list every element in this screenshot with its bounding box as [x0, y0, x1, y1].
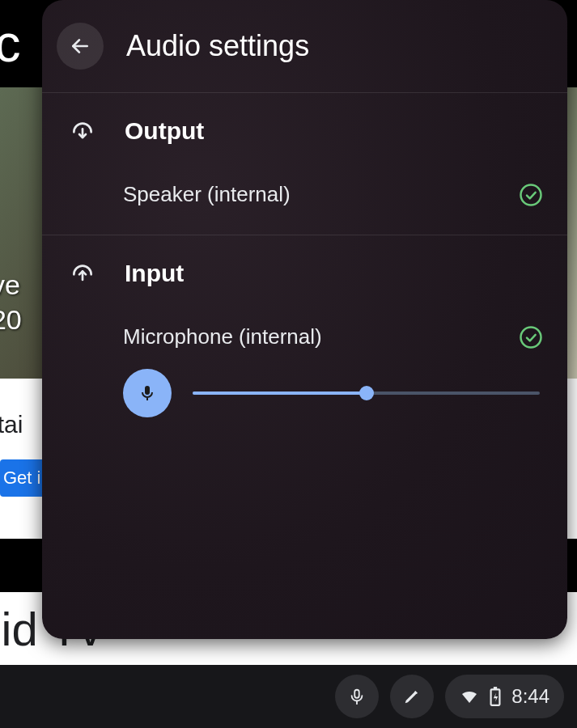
- audio-settings-panel: Audio settings Output Speaker (internal)…: [42, 0, 567, 639]
- svg-rect-5: [146, 398, 148, 400]
- input-section-header: Input: [42, 235, 567, 310]
- battery-icon: [489, 686, 502, 707]
- mic-gain-row: [42, 369, 567, 442]
- input-heading: Input: [125, 260, 184, 287]
- headphones-down-icon: [70, 118, 95, 144]
- arrow-left-icon: [70, 36, 91, 57]
- svg-point-2: [521, 184, 541, 205]
- output-section-header: Output: [42, 93, 567, 167]
- bg-top-text: e c: [0, 14, 20, 74]
- check-circle-icon: [519, 183, 543, 207]
- pen-icon: [403, 688, 421, 705]
- bg-white-label: ertai: [0, 411, 23, 438]
- slider-thumb[interactable]: [359, 386, 374, 400]
- wifi-icon: [460, 687, 479, 706]
- svg-rect-9: [494, 687, 497, 689]
- mic-gain-slider[interactable]: [193, 392, 540, 395]
- input-device-label: Microphone (internal): [123, 324, 322, 349]
- output-heading: Output: [125, 117, 204, 145]
- clock: 8:44: [511, 685, 549, 708]
- status-tray[interactable]: 8:44: [445, 675, 564, 718]
- output-device-label: Speaker (internal): [123, 182, 291, 207]
- bg-photo-line2: 020: [0, 304, 22, 336]
- mic-toggle-button[interactable]: [123, 369, 172, 417]
- check-circle-icon: [519, 325, 543, 349]
- microphone-icon: [138, 383, 157, 403]
- shelf-stylus-button[interactable]: [390, 675, 434, 718]
- input-device-row[interactable]: Microphone (internal): [42, 310, 567, 369]
- bg-photo-line1: ave: [0, 269, 20, 301]
- panel-title: Audio settings: [126, 29, 309, 63]
- output-device-row[interactable]: Speaker (internal): [42, 167, 567, 235]
- svg-rect-6: [355, 690, 360, 698]
- microphone-icon: [348, 688, 366, 705]
- panel-header: Audio settings: [42, 0, 567, 93]
- system-shelf: 8:44: [0, 665, 577, 728]
- shelf-mic-button[interactable]: [335, 675, 379, 718]
- headphones-up-icon: [70, 260, 95, 286]
- back-button[interactable]: [57, 23, 104, 70]
- svg-point-4: [521, 327, 541, 347]
- bg-white-button[interactable]: Get i: [0, 459, 45, 497]
